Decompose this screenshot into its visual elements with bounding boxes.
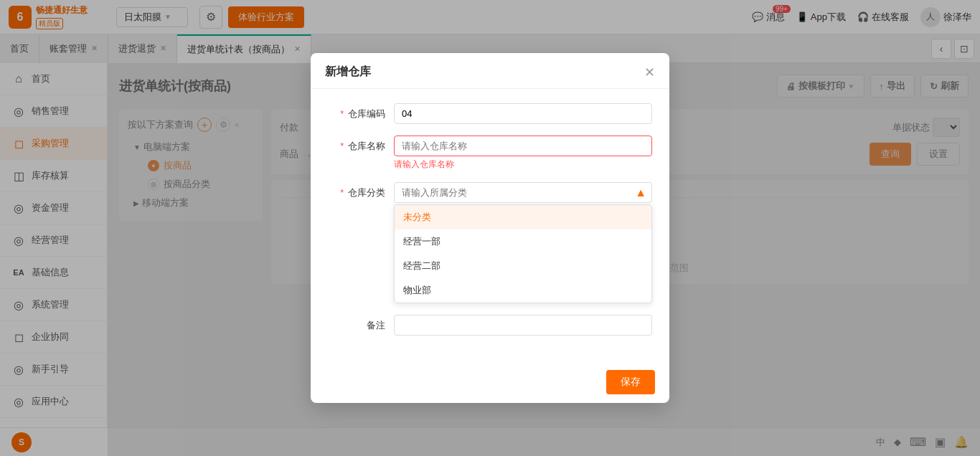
category-input[interactable] (394, 182, 652, 203)
category-dropdown: 未分类 经营一部 经营二部 物业部 (394, 204, 652, 303)
warehouse-code-control (394, 103, 652, 124)
category-option-dept1[interactable]: 经营一部 (395, 229, 651, 254)
save-button[interactable]: 保存 (606, 370, 655, 394)
category-input-wrap: ▲ (394, 182, 652, 203)
warehouse-name-label: * 仓库名称 (328, 136, 385, 153)
category-option-dept2[interactable]: 经营二部 (395, 254, 651, 278)
category-option-unclassified[interactable]: 未分类 (395, 205, 651, 229)
remark-control (394, 315, 652, 336)
remark-label: 备注 (328, 315, 385, 332)
warehouse-category-label: * 仓库分类 (328, 182, 385, 199)
warehouse-category-control: ▲ 未分类 经营一部 经营二部 物业部 (394, 182, 652, 303)
dialog-header: 新增仓库 ✕ (311, 53, 669, 89)
warehouse-code-input[interactable] (394, 103, 652, 124)
category-option-property[interactable]: 物业部 (395, 278, 651, 303)
dialog-footer: 保存 (311, 361, 669, 403)
remark-row: 备注 (328, 315, 652, 336)
warehouse-code-label: * 仓库编码 (328, 103, 385, 120)
category-toggle-icon[interactable]: ▲ (635, 186, 646, 199)
remark-input[interactable] (394, 315, 652, 336)
warehouse-name-error: 请输入仓库名称 (394, 158, 652, 171)
dialog-title: 新增仓库 (325, 65, 371, 80)
warehouse-name-control: 请输入仓库名称 (394, 136, 652, 171)
new-warehouse-dialog: 新增仓库 ✕ * 仓库编码 * 仓库名称 (311, 53, 669, 403)
warehouse-name-row: * 仓库名称 请输入仓库名称 (328, 136, 652, 171)
dialog-body: * 仓库编码 * 仓库名称 请输入仓库名称 (311, 89, 669, 361)
warehouse-name-input[interactable] (394, 136, 652, 156)
dialog-close-button[interactable]: ✕ (644, 66, 655, 79)
dialog-overlay[interactable]: 新增仓库 ✕ * 仓库编码 * 仓库名称 (0, 0, 980, 456)
warehouse-code-row: * 仓库编码 (328, 103, 652, 124)
warehouse-category-row: * 仓库分类 ▲ 未分类 经营一部 经营二部 物业部 (328, 182, 652, 303)
